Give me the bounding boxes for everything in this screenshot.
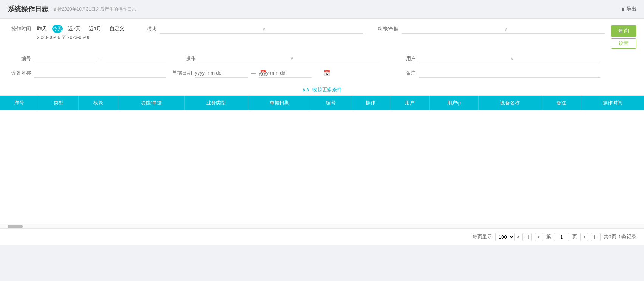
page-input[interactable] xyxy=(554,233,569,241)
empty-table-cell xyxy=(0,110,644,224)
chevron-down-icon: ∨ xyxy=(516,234,519,239)
doc-date-end-input[interactable] xyxy=(259,68,322,77)
doc-date-label: 单据日期 xyxy=(172,70,195,76)
func-chevron-icon: ∨ xyxy=(504,26,605,32)
table-header-cell: 编号 xyxy=(311,96,351,110)
date-range-text: 2023-06-06 至 2023-06-06 xyxy=(37,34,90,41)
time-btn-1month[interactable]: 近1月 xyxy=(86,25,104,33)
page-unit: 页 xyxy=(572,233,577,240)
doc-date-end-wrapper: 📅 xyxy=(259,68,312,78)
scrollbar-thumb[interactable] xyxy=(8,225,23,228)
page-size-select[interactable]: 100 50 200 xyxy=(495,233,515,241)
num-separator: — xyxy=(95,56,106,62)
time-label: 操作时间 xyxy=(8,25,34,32)
num-label: 编号 xyxy=(8,55,34,62)
table-header-cell: 业务类型 xyxy=(185,96,248,110)
calendar-end-icon[interactable]: 📅 xyxy=(324,70,330,76)
pagination-bar: 每页显示 100 50 200 ∨ ⊣ < 第 页 > ⊢ 共0页, 0条记录 xyxy=(0,228,644,245)
table-header-cell: 类型 xyxy=(39,96,78,110)
operation-chevron-icon: ∨ xyxy=(290,56,380,61)
device-label: 设备名称 xyxy=(8,70,34,76)
table-header: 序号类型模块功能/单据业务类型单据日期编号操作用户用户ip设备名称备注操作时间 xyxy=(0,96,644,110)
table-header-cell: 序号 xyxy=(0,96,39,110)
scrollbar-area[interactable] xyxy=(0,224,644,228)
operation-label: 操作 xyxy=(172,55,199,62)
page-subtitle: 支持2020年10月31日之后产生的操作日志 xyxy=(53,6,136,12)
doc-date-separator: — xyxy=(248,70,259,76)
module-dropdown[interactable]: ∨ xyxy=(160,25,363,34)
user-dropdown[interactable]: ∨ xyxy=(419,54,601,63)
first-page-button[interactable]: ⊣ xyxy=(522,233,532,241)
remark-label: 备注 xyxy=(392,70,419,76)
table-header-cell: 模块 xyxy=(79,96,118,110)
filter-panel: 操作时间 昨天 今天 近7天 近1月 自定义 2023-06-06 至 2023… xyxy=(0,19,644,84)
num-end-input[interactable] xyxy=(106,54,167,63)
prev-page-button[interactable]: < xyxy=(535,233,543,241)
func-label: 功能/单据 xyxy=(375,26,402,33)
collapse-bar[interactable]: ∧∧ 收起更多条件 xyxy=(0,84,644,96)
table-header-cell: 操作时间 xyxy=(581,96,644,110)
table-header-cell: 用户 xyxy=(390,96,429,110)
query-button[interactable]: 查询 xyxy=(611,25,636,37)
export-icon: ⬆ xyxy=(621,6,625,12)
module-chevron-icon: ∨ xyxy=(262,26,363,32)
table-header-cell: 操作 xyxy=(351,96,390,110)
page-header: 系统操作日志 支持2020年10月31日之后产生的操作日志 ⬆ 导出 xyxy=(0,0,644,19)
time-btn-7days[interactable]: 近7天 xyxy=(65,25,83,33)
user-chevron-icon: ∨ xyxy=(510,56,600,61)
collapse-icon: ∧∧ xyxy=(302,87,310,92)
operation-dropdown[interactable]: ∨ xyxy=(199,54,380,63)
export-button[interactable]: ⬆ 导出 xyxy=(621,6,636,12)
module-label: 模块 xyxy=(133,26,160,33)
num-start-input[interactable] xyxy=(34,54,95,63)
collapse-label: 收起更多条件 xyxy=(312,87,342,92)
user-label: 用户 xyxy=(392,55,419,62)
page-label: 第 xyxy=(546,233,551,240)
settings-button[interactable]: 设置 xyxy=(611,38,636,49)
page-size-label: 每页显示 xyxy=(473,233,492,240)
device-input[interactable] xyxy=(34,68,166,78)
next-page-button[interactable]: > xyxy=(580,233,588,241)
table-body xyxy=(0,110,644,224)
data-table: 序号类型模块功能/单据业务类型单据日期编号操作用户用户ip设备名称备注操作时间 xyxy=(0,96,644,224)
time-btn-custom[interactable]: 自定义 xyxy=(107,25,127,33)
time-btn-today[interactable]: 今天 xyxy=(52,25,63,33)
func-dropdown[interactable]: ∨ xyxy=(402,25,605,34)
page-title: 系统操作日志 xyxy=(8,5,48,14)
time-options: 昨天 今天 近7天 近1月 自定义 xyxy=(34,25,127,33)
action-buttons: 查询 设置 xyxy=(611,25,636,49)
doc-date-start-wrapper: 📅 xyxy=(195,68,248,78)
time-btn-yesterday[interactable]: 昨天 xyxy=(34,25,50,33)
table-header-cell: 备注 xyxy=(542,96,581,110)
remark-input[interactable] xyxy=(419,68,601,78)
table-container: 序号类型模块功能/单据业务类型单据日期编号操作用户用户ip设备名称备注操作时间 xyxy=(0,96,644,224)
table-header-cell: 单据日期 xyxy=(248,96,311,110)
table-header-cell: 功能/单据 xyxy=(118,96,184,110)
page-total: 共0页, 0条记录 xyxy=(604,233,636,240)
table-header-cell: 设备名称 xyxy=(478,96,542,110)
table-header-cell: 用户ip xyxy=(429,96,478,110)
last-page-button[interactable]: ⊢ xyxy=(591,233,601,241)
